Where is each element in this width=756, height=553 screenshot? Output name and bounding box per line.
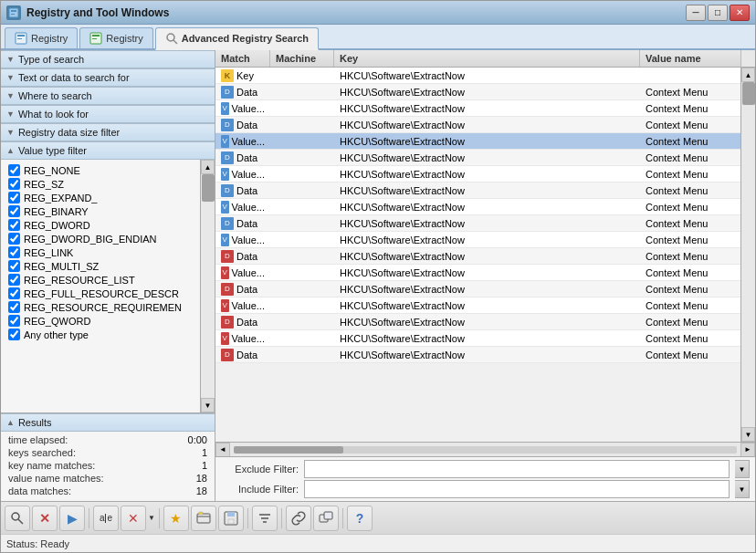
scroll-down-btn[interactable]: ▼: [201, 398, 215, 412]
checkbox-reg-multi-sz-input[interactable]: [8, 260, 20, 272]
checkbox-reg-resource-req-input[interactable]: [8, 301, 20, 313]
checkbox-reg-expand[interactable]: REG_EXPAND_: [8, 191, 193, 204]
checkbox-reg-multi-sz[interactable]: REG_MULTI_SZ: [8, 259, 193, 273]
table-row[interactable]: D Data HKCU\Software\ExtractNow Context …: [215, 347, 740, 363]
include-filter-input[interactable]: [304, 480, 730, 498]
edit-button[interactable]: aǀe: [93, 506, 119, 531]
col-machine[interactable]: Machine: [270, 50, 334, 67]
window-button[interactable]: [313, 506, 339, 531]
table-row[interactable]: V Value... HKCU\Software\ExtractNow Cont…: [215, 297, 740, 314]
include-filter-row: Include Filter: ▼: [221, 480, 750, 498]
link-button[interactable]: [286, 506, 311, 531]
search-button[interactable]: [5, 506, 30, 531]
section-text-data[interactable]: ▼ Text or data to search for: [1, 68, 215, 87]
exclude-filter-input[interactable]: [304, 460, 730, 478]
checkbox-reg-qword[interactable]: REG_QWORD: [8, 314, 193, 328]
checkbox-any-other[interactable]: Any other type: [8, 328, 193, 341]
section-where-search[interactable]: ▼ Where to search: [1, 87, 215, 105]
table-row[interactable]: K Key HKCU\Software\ExtractNow: [215, 68, 740, 84]
include-filter-dropdown[interactable]: ▼: [735, 480, 750, 498]
scroll-thumb[interactable]: [202, 174, 215, 202]
checkbox-reg-expand-input[interactable]: [8, 192, 20, 203]
col-key[interactable]: Key: [334, 50, 640, 67]
hscroll-right[interactable]: ►: [740, 443, 755, 457]
table-row[interactable]: V Value... HKCU\Software\ExtractNow Cont…: [215, 199, 740, 215]
section-what-look[interactable]: ▼ What to look for: [1, 105, 215, 123]
tab-advanced-search[interactable]: Advanced Registry Search: [155, 27, 319, 50]
checkbox-reg-dword-big[interactable]: REG_DWORD_BIG_ENDIAN: [8, 232, 193, 245]
table-scroll-down[interactable]: ▼: [741, 427, 755, 442]
section-data-size[interactable]: ▼ Registry data size filter: [1, 123, 215, 141]
cell-key-15: HKCU\Software\ExtractNow: [334, 316, 640, 329]
section-type-of-search[interactable]: ▼ Type of search: [1, 50, 215, 68]
go-button[interactable]: ▶: [59, 506, 85, 531]
hscroll-left[interactable]: ◄: [215, 443, 230, 457]
table-row[interactable]: V Value... HKCU\Software\ExtractNow Cont…: [215, 133, 740, 150]
save-button[interactable]: [218, 506, 244, 531]
checkbox-reg-qword-input[interactable]: [8, 315, 20, 327]
table-row[interactable]: V Value... HKCU\Software\ExtractNow Cont…: [215, 232, 740, 248]
table-row[interactable]: D Data HKCU\Software\ExtractNow Context …: [215, 281, 740, 297]
results-row-keys: keys searched: 1: [8, 446, 207, 459]
table-row[interactable]: V Value... HKCU\Software\ExtractNow Cont…: [215, 100, 740, 117]
filter-button[interactable]: [252, 506, 278, 531]
help-button[interactable]: ?: [347, 506, 373, 531]
checkbox-reg-none[interactable]: REG_NONE: [8, 163, 193, 177]
col-valuename[interactable]: Value name: [640, 50, 740, 67]
table-row[interactable]: D Data HKCU\Software\ExtractNow Context …: [215, 215, 740, 232]
checkbox-reg-none-input[interactable]: [8, 164, 20, 176]
delete-button[interactable]: ✕: [121, 506, 146, 531]
cell-key-8: HKCU\Software\ExtractNow: [334, 201, 640, 214]
table-scroll-thumb[interactable]: [742, 82, 755, 105]
checkbox-reg-link[interactable]: REG_LINK: [8, 245, 193, 259]
checkbox-reg-resource-list-input[interactable]: [8, 274, 20, 286]
checkbox-reg-dword[interactable]: REG_DWORD: [8, 218, 193, 232]
col-match[interactable]: Match: [215, 50, 270, 67]
table-row[interactable]: V Value... HKCU\Software\ExtractNow Cont…: [215, 330, 740, 347]
stop-button[interactable]: ✕: [32, 506, 58, 531]
results-header[interactable]: ▲ Results: [1, 413, 215, 432]
cell-machine-14: [270, 305, 334, 307]
table-row[interactable]: V Value... HKCU\Software\ExtractNow Cont…: [215, 265, 740, 281]
checkbox-reg-sz-input[interactable]: [8, 178, 20, 190]
section-value-type[interactable]: ▲ Value type filter: [1, 141, 215, 160]
registry-icon-2: [89, 32, 102, 45]
exclude-filter-dropdown[interactable]: ▼: [735, 460, 750, 478]
delete-dropdown[interactable]: ▼: [148, 514, 155, 522]
checkbox-reg-dword-big-input[interactable]: [8, 233, 20, 245]
checkbox-reg-resource-req[interactable]: REG_RESOURCE_REQUIREMEN: [8, 300, 193, 314]
checkbox-reg-dword-input[interactable]: [8, 219, 20, 231]
close-button[interactable]: ✕: [730, 5, 750, 21]
checkbox-reg-binary-input[interactable]: [8, 205, 20, 217]
table-row[interactable]: D Data HKCU\Software\ExtractNow Context …: [215, 183, 740, 199]
table-scroll-up[interactable]: ▲: [741, 68, 755, 82]
checkbox-reg-resource-list[interactable]: REG_RESOURCE_LIST: [8, 273, 193, 287]
checkbox-reg-link-input[interactable]: [8, 246, 20, 258]
bookmark-button[interactable]: ★: [163, 506, 189, 531]
table-body[interactable]: K Key HKCU\Software\ExtractNow D Data: [215, 68, 740, 442]
label-value-name-matches: value name matches:: [8, 473, 104, 484]
checkbox-reg-full-resource-input[interactable]: [8, 287, 20, 299]
checkbox-reg-sz[interactable]: REG_SZ: [8, 177, 193, 191]
table-row[interactable]: D Data HKCU\Software\ExtractNow Context …: [215, 84, 740, 100]
checkbox-reg-full-resource[interactable]: REG_FULL_RESOURCE_DESCR: [8, 287, 193, 300]
table-row[interactable]: V Value... HKCU\Software\ExtractNow Cont…: [215, 166, 740, 183]
table-row[interactable]: D Data HKCU\Software\ExtractNow Context …: [215, 150, 740, 166]
checkbox-reg-binary[interactable]: REG_BINARY: [8, 204, 193, 218]
checkbox-any-other-input[interactable]: [8, 329, 20, 340]
minimize-button[interactable]: ─: [686, 5, 706, 21]
value-type-icon: V: [221, 168, 229, 181]
filter-bar: Exclude Filter: ▼ Include Filter: ▼: [215, 456, 755, 501]
tab-registry-2[interactable]: Registry: [79, 27, 152, 48]
table-hscrollbar[interactable]: ◄ ►: [215, 442, 755, 456]
value-time-elapsed: 0:00: [188, 434, 207, 445]
maximize-button[interactable]: □: [708, 5, 728, 21]
table-row[interactable]: D Data HKCU\Software\ExtractNow Context …: [215, 248, 740, 265]
scroll-up-btn[interactable]: ▲: [201, 160, 215, 174]
table-row[interactable]: D Data HKCU\Software\ExtractNow Context …: [215, 314, 740, 330]
open-button[interactable]: [191, 506, 216, 531]
cell-machine-17: [270, 354, 334, 356]
tab-registry-1[interactable]: Registry: [5, 27, 78, 48]
table-row[interactable]: D Data HKCU\Software\ExtractNow Context …: [215, 117, 740, 133]
hscroll-thumb[interactable]: [234, 446, 343, 454]
